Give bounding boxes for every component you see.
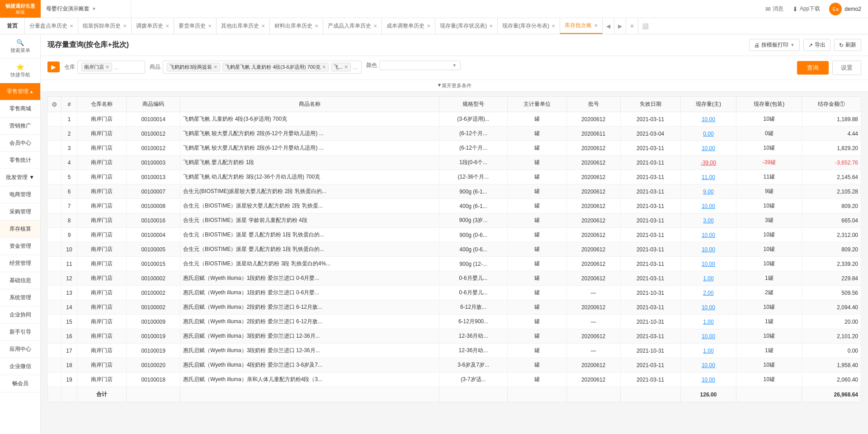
goods-filter-input[interactable]: 飞鹤奶粉3段两提装 ✕ 飞鹤星飞帆 儿童奶粉 4段(3-6岁适用) 700克 ✕… [163, 61, 362, 74]
row-qty-main[interactable]: 10.00 [680, 228, 736, 242]
row-qty-main[interactable]: 10.00 [680, 112, 736, 127]
tab-close-icon6[interactable]: ✕ [315, 24, 318, 28]
row-qty-main[interactable]: 10.00 [680, 141, 736, 156]
sidebar-item-basics[interactable]: 基础信息 [0, 272, 40, 289]
sidebar-item-changyuanyuan[interactable]: 畅会员 [0, 375, 40, 392]
user-profile[interactable]: Ea demo2 [829, 3, 861, 15]
row-qty-main[interactable]: 10.00 [680, 257, 736, 271]
export-btn[interactable]: ↗ 导出 [803, 39, 830, 51]
row-expiry: 2021-03-11 [620, 213, 680, 228]
tab-inv-status[interactable]: 现存量(库存状况表)✕ [435, 18, 498, 34]
row-qty-main[interactable]: 9.00 [680, 184, 736, 199]
row-unit: 罐 [507, 344, 566, 358]
query-button[interactable]: 查询 [797, 61, 829, 75]
table-row: 18 南岸门店 00100020 惠氏启赋（Wyeth illuma）4段奶粉 … [48, 358, 861, 373]
tab-cost-adjust[interactable]: 成本调整单历史✕ [382, 18, 435, 34]
app-download-btn[interactable]: ⬇ App下载 [793, 5, 820, 13]
col-unit: 主计量单位 [507, 97, 566, 112]
tab-disassembly[interactable]: 组装拆卸单历史✕ [78, 18, 132, 34]
row-batch: 20200612 [566, 112, 620, 127]
sidebar-item-wechat[interactable]: 企业微信 [0, 358, 40, 375]
tab-product-in[interactable]: 产成品入库单历史✕ [323, 18, 382, 34]
row-spec: 6-12月900... [439, 315, 507, 329]
row-qty-main[interactable]: 10.00 [680, 199, 736, 213]
expand-more-bar[interactable]: ▼ 展开更多条件 [41, 80, 868, 91]
tab-close-icon2[interactable]: ✕ [123, 24, 127, 28]
message-icon: ✉ [765, 5, 771, 13]
sidebar-item-member[interactable]: 会员中心 [0, 135, 40, 152]
tab-inv-dist[interactable]: 现存量(库存分布表)✕ [498, 18, 560, 34]
tab-close-icon7[interactable]: ✕ [373, 24, 377, 28]
row-qty-main[interactable]: 10.00 [680, 358, 736, 373]
search-menu-btn[interactable]: 🔍 搜索菜单 [0, 34, 40, 59]
refresh-icon: ↻ [839, 42, 844, 48]
row-qty-pkg: 0罐 [736, 127, 802, 141]
row-qty-main[interactable]: 10.00 [680, 242, 736, 257]
tab-nav-next[interactable]: ▶ [614, 18, 626, 34]
tab-close-icon11[interactable]: ✕ [594, 23, 598, 28]
color-filter-input[interactable]: ▼ [379, 61, 461, 70]
tab-home[interactable]: 首页 [0, 18, 25, 34]
remove-tag-icon[interactable]: ✕ [105, 64, 109, 70]
tab-nav-prev[interactable]: ◀ [603, 18, 614, 34]
sidebar-item-retail-stats[interactable]: 零售统计 [0, 152, 40, 169]
refresh-btn[interactable]: ↻ 刷新 [834, 39, 861, 51]
sidebar-item-ecommerce[interactable]: 电商管理 [0, 186, 40, 203]
sidebar-item-new-guide[interactable]: 新手引导 [0, 324, 40, 341]
sidebar-item-marketing[interactable]: 营销推广 [0, 118, 40, 135]
tab-batch-voucher[interactable]: 库存批次账✕ [560, 18, 603, 34]
sidebar-item-app-center[interactable]: 应用中心 [0, 341, 40, 358]
row-warehouse: 南岸门店 [77, 358, 127, 373]
sidebar-item-operations[interactable]: 经营管理 [0, 255, 40, 272]
expand-filter-btn[interactable]: ▶ [47, 61, 60, 72]
download-icon: ⬇ [793, 5, 798, 13]
tab-maximize[interactable]: ⬜ [638, 18, 652, 34]
tab-close-icon4[interactable]: ✕ [208, 24, 212, 28]
tab-close-icon9[interactable]: ✕ [489, 24, 493, 28]
industry-selector[interactable]: 母婴行业演示账套 ▼ [41, 0, 131, 18]
sidebar-item-inventory[interactable]: 库存核算 [0, 221, 40, 238]
sidebar-item-purchase[interactable]: 采购管理 [0, 203, 40, 221]
sidebar-item-wholesale[interactable]: 批发管理 ▼ [0, 169, 40, 186]
tab-close-icon5[interactable]: ✕ [261, 24, 265, 28]
message-btn[interactable]: ✉ 消息 [765, 5, 783, 13]
tab-close-icon3[interactable]: ✕ [165, 24, 169, 28]
row-qty-main[interactable]: 3.00 [680, 213, 736, 228]
sidebar-item-finance[interactable]: 资金管理 [0, 238, 40, 255]
row-index: 7 [61, 199, 77, 213]
row-settings [48, 286, 61, 300]
tab-requisition[interactable]: 要货单历史✕ [174, 18, 217, 34]
tab-split-check[interactable]: 分量盘点单历史✕ [25, 18, 78, 34]
row-qty-main[interactable]: 10.00 [680, 329, 736, 344]
remove-tag-icon2[interactable]: ✕ [213, 64, 217, 70]
row-qty-main[interactable]: 1.00 [680, 344, 736, 358]
row-qty-main[interactable]: 11.00 [680, 170, 736, 184]
tab-close-icon[interactable]: ✕ [70, 24, 73, 28]
tab-allocation[interactable]: 调拨单历史✕ [132, 18, 174, 34]
row-qty-main[interactable]: 0.00 [680, 127, 736, 141]
row-unit: 罐 [507, 184, 566, 199]
row-qty-main[interactable]: 1.00 [680, 271, 736, 286]
sidebar-item-enterprise-coop[interactable]: 企业协同 [0, 307, 40, 324]
quick-nav-btn[interactable]: ⭐ 快捷导航 [0, 59, 40, 83]
sidebar-item-system[interactable]: 系统管理 [0, 289, 40, 307]
row-qty-main[interactable]: 2.00 [680, 286, 736, 300]
tab-close-icon10[interactable]: ✕ [552, 24, 555, 28]
row-qty-main[interactable]: 10.00 [680, 300, 736, 315]
template-print-btn[interactable]: 🖨 按模板打印 ▼ [749, 39, 800, 51]
col-settings[interactable]: ⚙ [48, 97, 61, 112]
sidebar-item-retail-mall[interactable]: 零售商城 [0, 100, 40, 118]
tab-material-out[interactable]: 材料出库单历史✕ [270, 18, 323, 34]
tab-close-all[interactable]: ✕ [626, 18, 638, 34]
remove-tag-icon4[interactable]: ✕ [344, 64, 348, 70]
row-qty-main[interactable]: 10.00 [680, 373, 736, 387]
warehouse-filter-input[interactable]: 南岸门店 ✕ ... [77, 61, 145, 74]
settings-button[interactable]: 设置 [832, 61, 861, 75]
row-settings [48, 112, 61, 127]
sidebar-item-retail-mgmt[interactable]: 零售管理 ▲ [0, 83, 40, 100]
row-qty-main[interactable]: 1.00 [680, 315, 736, 329]
row-qty-main[interactable]: -39.00 [680, 156, 736, 170]
remove-tag-icon3[interactable]: ✕ [322, 64, 326, 70]
tab-close-icon8[interactable]: ✕ [427, 24, 430, 28]
tab-other-out[interactable]: 其他出库单历史✕ [217, 18, 270, 34]
